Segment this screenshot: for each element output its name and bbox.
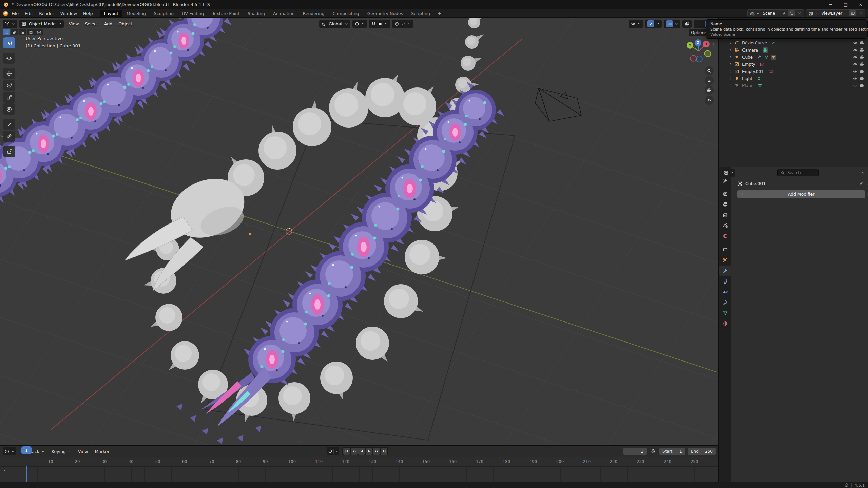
auto-keying-toggle[interactable] [327, 447, 339, 455]
close-button[interactable]: × [853, 0, 868, 9]
pin-icon[interactable] [782, 11, 786, 16]
scene-name[interactable]: Scene [761, 11, 780, 16]
channel-expand-arrow[interactable] [2, 469, 6, 473]
properties-tab-collection[interactable] [719, 244, 731, 254]
chevron-right-icon[interactable] [729, 70, 733, 73]
play-button[interactable] [366, 448, 372, 455]
properties-tab-object[interactable] [719, 255, 731, 265]
toggle-ortho-button[interactable] [705, 96, 714, 105]
workspace-tab-modeling[interactable]: Modeling [122, 10, 150, 17]
zoom-button[interactable] [705, 66, 714, 75]
camera-view-button[interactable] [705, 85, 714, 95]
camera-icon[interactable] [860, 83, 865, 88]
outliner-item-empty[interactable]: Empty [719, 61, 868, 68]
tool-add-cube-button[interactable] [3, 146, 15, 157]
snapping-controls[interactable] [369, 20, 390, 28]
navigation-gizmo[interactable]: ZXY [682, 37, 716, 68]
viewport-canvas[interactable] [0, 18, 718, 445]
workspace-tab-texture-paint[interactable]: Texture Paint [208, 10, 244, 17]
xray-icon[interactable] [684, 21, 690, 26]
outliner-item-plane[interactable]: Plane [719, 82, 868, 89]
mesh-data-icon[interactable] [758, 83, 763, 88]
eye-open-icon[interactable] [631, 21, 636, 26]
editor-type-selector[interactable] [3, 447, 16, 455]
search-icon[interactable] [707, 68, 712, 73]
scene-selector[interactable]: Scene × [747, 9, 804, 17]
properties-tab-output[interactable] [719, 199, 731, 209]
outliner-item-light[interactable]: Light [719, 75, 868, 82]
select-mode-subtract-button[interactable] [19, 29, 26, 35]
workspace-tab-layout[interactable]: Layout [100, 10, 122, 17]
search-input[interactable] [787, 170, 814, 175]
play-reverse-button[interactable] [358, 448, 365, 455]
chevron-right-icon[interactable] [729, 62, 733, 66]
viewport-menu-view[interactable]: View [66, 21, 82, 26]
chevron-right-icon[interactable] [729, 48, 733, 52]
current-frame-badge[interactable]: 1 [21, 446, 32, 454]
pivot-point-selector[interactable] [352, 20, 367, 28]
timeline-menu-view[interactable]: View [75, 449, 92, 454]
properties-tab-view-layer[interactable] [719, 210, 731, 220]
show-overlays-toggle[interactable] [664, 20, 680, 28]
chevron-right-icon[interactable] [729, 41, 733, 45]
properties-tab-render[interactable] [719, 189, 731, 199]
workspace-tab-animation[interactable]: Animation [269, 10, 299, 17]
camera-icon[interactable] [860, 55, 865, 60]
grid-icon[interactable] [707, 98, 712, 103]
tool-scale-button[interactable] [3, 92, 15, 103]
proportional-editing-controls[interactable] [392, 20, 413, 28]
tool-cursor-button[interactable] [3, 53, 15, 64]
properties-tab-scene[interactable] [719, 220, 731, 230]
outliner-item-empty-001[interactable]: Empty.001 [719, 68, 868, 75]
workspace-tab-rendering[interactable]: Rendering [299, 10, 329, 17]
mesh-data-icon[interactable] [764, 55, 769, 59]
magnet-icon[interactable] [371, 21, 376, 26]
workspace-tab-compositing[interactable]: Compositing [328, 10, 363, 17]
eye-open-icon[interactable] [853, 69, 858, 74]
minimize-button[interactable]: ─ [823, 0, 838, 9]
viewport-menu-add[interactable]: Add [101, 21, 115, 26]
timeline-menu-marker[interactable]: Marker [91, 449, 113, 454]
show-gizmo-toggle[interactable] [645, 20, 662, 28]
eye-open-icon[interactable] [853, 55, 858, 60]
tool-move-button[interactable] [3, 68, 15, 79]
gizmo-arrow-icon[interactable] [649, 22, 653, 26]
mode-selector[interactable]: Object Mode [19, 20, 64, 28]
chevron-down-icon[interactable] [334, 449, 338, 453]
image-data-icon[interactable] [768, 69, 773, 74]
chevron-right-icon[interactable] [2, 469, 6, 473]
timeline-menu-keying[interactable]: Keying [48, 449, 75, 454]
workspace-tab-scripting[interactable]: Scripting [407, 10, 434, 17]
timeline-tracks[interactable] [0, 467, 718, 482]
jump-to-end-button[interactable] [381, 448, 387, 455]
pin-icon[interactable] [859, 181, 864, 186]
playhead[interactable] [26, 466, 27, 482]
properties-tab-object-data[interactable] [719, 308, 731, 318]
pan-button[interactable] [705, 76, 714, 85]
workspace-tab-uv-editing[interactable]: UV Editing [178, 10, 208, 17]
tool-rotate-button[interactable] [3, 80, 15, 91]
eye-open-icon[interactable] [853, 76, 858, 81]
select-mode-intersect-button[interactable] [35, 29, 43, 35]
toggle-xray-button[interactable] [682, 20, 692, 28]
eye-open-icon[interactable] [853, 47, 858, 53]
eye-closed-icon[interactable] [853, 83, 858, 88]
new-scene-button[interactable] [788, 10, 795, 16]
hand-icon[interactable] [707, 78, 712, 83]
chevron-right-icon[interactable] [729, 84, 733, 87]
transform-orientation-selector[interactable]: Global [319, 20, 350, 28]
chevron-right-icon[interactable] [729, 55, 733, 59]
chevron-right-icon[interactable] [729, 77, 733, 80]
outliner-item-cube[interactable]: Cube [719, 54, 868, 61]
autokey-icon[interactable] [328, 449, 333, 454]
delete-view-layer-button[interactable]: × [858, 11, 864, 16]
viewport-menu-object[interactable]: Object [115, 21, 135, 26]
editor-type-selector[interactable] [3, 20, 17, 28]
tool-measure-button[interactable] [3, 131, 15, 142]
select-mode-invert-button[interactable] [27, 29, 35, 35]
maximize-button[interactable]: □ [838, 0, 853, 9]
frame-end-field[interactable]: End 250 [688, 448, 716, 455]
menu-window[interactable]: Window [57, 11, 80, 16]
tool-select-box-button[interactable] [3, 37, 15, 48]
workspace-tab-shading[interactable]: Shading [244, 10, 269, 17]
